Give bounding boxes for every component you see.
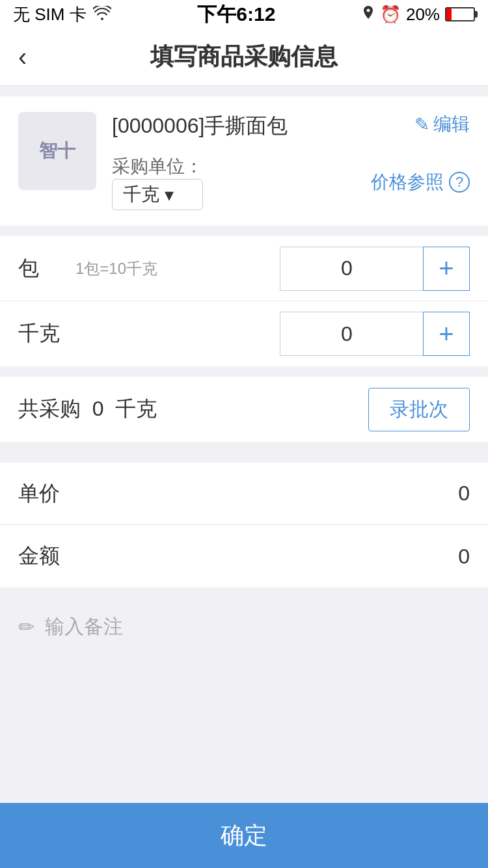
kg-label: 千克 — [18, 319, 70, 348]
status-left: 无 SIM 卡 — [13, 3, 111, 26]
batch-button[interactable]: 录批次 — [368, 388, 470, 431]
edit-icon: ✎ — [414, 114, 429, 135]
summary-row: 共采购 0 千克 录批次 — [0, 377, 488, 442]
unit-drop-icon: ▾ — [165, 184, 174, 206]
bag-row: 包 1包=10千克 + — [0, 236, 488, 301]
amount-row: 金额 0 — [0, 525, 488, 588]
confirm-bar[interactable]: 确定 — [0, 803, 488, 868]
location-icon — [362, 5, 375, 25]
page-title: 填写商品采购信息 — [150, 41, 338, 73]
amount-label: 金额 — [18, 542, 60, 571]
kg-plus-icon: + — [439, 319, 454, 349]
divider-1 — [0, 226, 488, 236]
status-bar: 无 SIM 卡 下午6:12 ⏰ 20% — [0, 0, 488, 29]
product-name-row: [0000006]手撕面包 ✎ 编辑 — [112, 112, 470, 141]
product-info: [0000006]手撕面包 ✎ 编辑 采购单位： 千克 ▾ 价格参照 ? — [112, 112, 470, 210]
confirm-button[interactable]: 确定 — [221, 820, 267, 852]
unit-value: 千克 — [123, 182, 159, 207]
notes-section[interactable]: ✏ 输入备注 — [0, 588, 488, 666]
product-logo: 智十 — [39, 139, 75, 163]
unit-price-label: 单价 — [18, 480, 60, 508]
bag-quantity-input[interactable] — [280, 247, 423, 291]
bag-plus-icon: + — [439, 254, 454, 283]
product-image: 智十 — [18, 112, 96, 190]
unit-select[interactable]: 千克 ▾ — [112, 179, 203, 210]
kg-plus-button[interactable]: + — [423, 312, 470, 356]
status-time: 下午6:12 — [197, 1, 275, 28]
product-card: 智十 [0000006]手撕面包 ✎ 编辑 采购单位： 千克 ▾ 价格参照 ? — [0, 96, 488, 226]
unit-price-row: 单价 0 — [0, 463, 488, 525]
back-button[interactable]: ‹ — [18, 42, 27, 72]
battery-text: 20% — [406, 5, 440, 25]
edit-button[interactable]: ✎ 编辑 — [414, 112, 470, 137]
divider-2 — [0, 366, 488, 377]
bag-sublabel: 1包=10千克 — [75, 258, 157, 279]
nav-bar: ‹ 填写商品采购信息 — [0, 29, 488, 86]
carrier-text: 无 SIM 卡 — [13, 3, 87, 26]
bag-input-group: + — [280, 247, 470, 291]
edit-label: 编辑 — [433, 112, 470, 137]
unit-price-value: 0 — [458, 481, 470, 506]
pencil-icon: ✏ — [18, 616, 34, 638]
divider-3 — [0, 442, 488, 452]
bag-label: 包 — [18, 254, 70, 283]
price-section: 单价 0 金额 0 — [0, 463, 488, 588]
bag-plus-button[interactable]: + — [423, 247, 470, 291]
amount-value: 0 — [458, 545, 470, 569]
unit-row: 采购单位： 千克 ▾ 价格参照 ? — [112, 154, 470, 210]
summary-text: 共采购 0 千克 — [18, 395, 157, 424]
alarm-icon: ⏰ — [380, 5, 401, 25]
kg-row: 千克 + — [0, 301, 488, 366]
status-right: ⏰ 20% — [362, 5, 475, 25]
quantity-form: 包 1包=10千克 + 千克 + — [0, 236, 488, 366]
battery-icon — [445, 7, 475, 21]
notes-placeholder: 输入备注 — [45, 614, 123, 640]
kg-input-group: + — [280, 312, 470, 356]
unit-area: 采购单位： 千克 ▾ — [112, 154, 203, 210]
unit-label: 采购单位： — [112, 156, 203, 176]
price-ref-button[interactable]: 价格参照 ? — [371, 170, 470, 195]
product-name: [0000006]手撕面包 — [112, 112, 404, 141]
price-ref-label: 价格参照 — [371, 170, 444, 195]
kg-quantity-input[interactable] — [280, 312, 423, 356]
wifi-icon — [93, 5, 111, 25]
price-ref-help-icon: ? — [449, 172, 470, 193]
